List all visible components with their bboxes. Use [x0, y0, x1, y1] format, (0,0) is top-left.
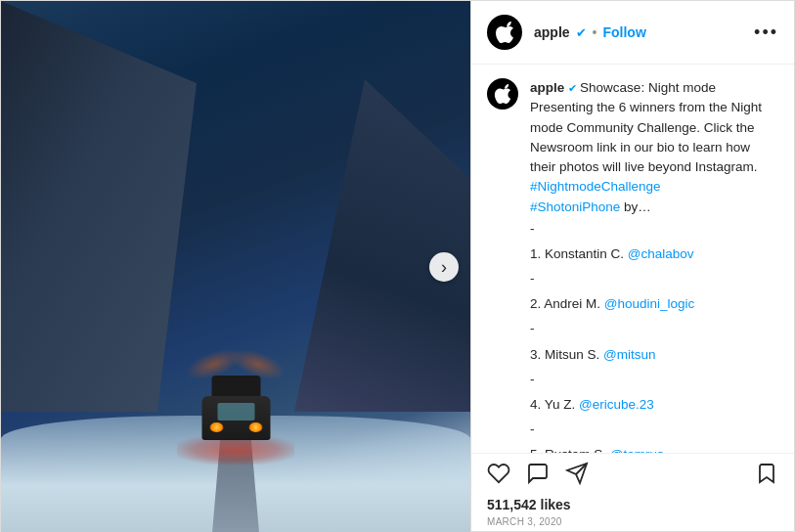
vehicle [195, 377, 278, 440]
verified-icon: ✔ [576, 25, 587, 40]
more-options-button[interactable]: ••• [754, 22, 778, 43]
bookmark-button[interactable] [755, 462, 778, 491]
post-date: March 3, 2020 [487, 516, 778, 527]
hashtag-shotooniphone[interactable]: #ShotoniPhone [530, 200, 620, 214]
headlight-left [209, 422, 223, 432]
commenter-verified-icon: ✔ [568, 82, 580, 94]
dot-separator: • [593, 24, 597, 40]
dash-4: - [530, 368, 778, 391]
mention-chalabov[interactable]: @chalabov [628, 246, 694, 261]
post-header: apple ✔ • Follow ••• [471, 1, 794, 65]
follow-button[interactable]: Follow [602, 24, 645, 40]
by-text: by… [624, 200, 651, 214]
likes-count: 511,542 likes [487, 497, 778, 512]
list-item-1: 1. Konstantin C. @chalabov [530, 241, 778, 267]
next-button[interactable]: › [429, 252, 459, 282]
comment-apple-logo-icon [493, 84, 512, 104]
mountain-left [1, 1, 197, 412]
vehicle-windshield [217, 403, 254, 421]
username: apple [534, 24, 570, 40]
post-image: › [1, 1, 470, 532]
mention-houdini[interactable]: @houdini_logic [604, 296, 695, 311]
dash-1: - [530, 217, 778, 241]
vehicle-body [201, 396, 270, 440]
mention-ericube[interactable]: @ericube.23 [579, 397, 654, 412]
comment-avatar [487, 78, 518, 110]
post-comments: apple ✔ Showcase: Night mode Presenting … [471, 65, 794, 453]
list-item-3: 3. Mitsun S. @mitsun [530, 341, 778, 368]
action-icons-row [487, 462, 778, 491]
dash-2: - [530, 267, 778, 290]
chevron-right-icon: › [441, 257, 447, 278]
post-container: › apple ✔ • Follow ••• [0, 0, 795, 532]
mountain-right [294, 79, 470, 412]
list-item-2: 2. Andrei M. @houdini_logic [530, 290, 778, 317]
commenter-name: apple [530, 80, 564, 95]
header-info: apple ✔ • Follow [534, 24, 754, 40]
headlight-right [248, 422, 262, 432]
post-right: apple ✔ • Follow ••• apple ✔ Showcase: N… [470, 1, 794, 531]
dash-5: - [530, 418, 778, 441]
list-item-4: 4. Yu Z. @ericube.23 [530, 391, 778, 418]
list-item-5: 5. Rustam S. @tomrus [530, 441, 778, 453]
share-button[interactable] [565, 462, 589, 491]
comment-body: apple ✔ Showcase: Night mode Presenting … [530, 78, 778, 453]
hashtag-nightmode[interactable]: #NightmodeChallenge [530, 179, 661, 194]
avatar [487, 15, 522, 50]
like-button[interactable] [487, 462, 510, 491]
apple-logo-icon [494, 22, 515, 43]
main-comment-row: apple ✔ Showcase: Night mode Presenting … [487, 78, 778, 453]
comment-button[interactable] [526, 462, 550, 491]
dash-3: - [530, 317, 778, 340]
comment-text-body: Showcase: Night mode Presenting the 6 wi… [530, 80, 762, 174]
mention-mitsun[interactable]: @mitsun [603, 347, 655, 362]
post-actions: 511,542 likes March 3, 2020 [471, 453, 794, 531]
